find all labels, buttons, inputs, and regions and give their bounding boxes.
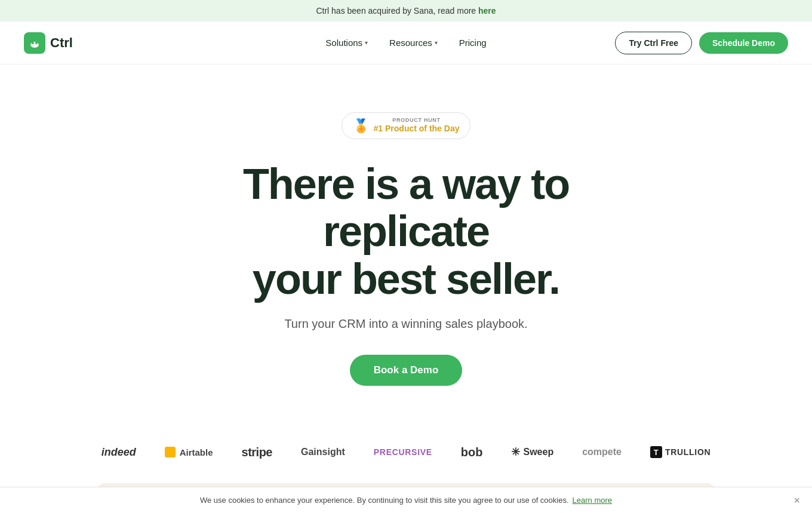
logos-section: indeed Airtable stripe Gainsight PRECURS… — [0, 422, 812, 483]
hero-heading: There is a way to replicate your best se… — [179, 161, 633, 303]
sweep-asterisk-icon: ✳ — [511, 446, 520, 459]
logo-airtable: Airtable — [165, 447, 213, 457]
nav-actions: Try Ctrl Free Schedule Demo — [615, 32, 788, 54]
try-free-button[interactable]: Try Ctrl Free — [615, 32, 691, 54]
logo-trullion: T TRULLION — [650, 446, 710, 458]
nav-links: Solutions ▾ Resources ▾ Pricing — [317, 33, 494, 53]
airtable-icon — [165, 447, 176, 457]
top-banner: Ctrl has been acquired by Sana, read mor… — [0, 0, 812, 21]
svg-point-1 — [32, 42, 34, 44]
hero-section: 🏅 PRODUCT HUNT #1 Product of the Day The… — [0, 64, 812, 422]
logo-text: Ctrl — [50, 35, 73, 51]
cookie-text: We use cookies to enhance your experienc… — [200, 496, 569, 505]
logo-stripe: stripe — [242, 446, 272, 459]
logo-indeed: indeed — [102, 446, 136, 459]
badge-medal-icon: 🏅 — [353, 118, 369, 134]
product-hunt-badge[interactable]: 🏅 PRODUCT HUNT #1 Product of the Day — [342, 112, 471, 139]
logo-precursive: PRECURSIVE — [374, 447, 432, 457]
nav-solutions[interactable]: Solutions ▾ — [317, 33, 376, 53]
resources-chevron-icon: ▾ — [435, 39, 438, 46]
nav-resources[interactable]: Resources ▾ — [381, 33, 446, 53]
svg-point-2 — [35, 42, 38, 44]
badge-content: PRODUCT HUNT #1 Product of the Day — [374, 118, 460, 134]
logo[interactable]: Ctrl — [24, 32, 73, 54]
banner-text: Ctrl has been acquired by Sana, read mor… — [316, 6, 476, 16]
navbar: Ctrl Solutions ▾ Resources ▾ Pricing Try… — [0, 21, 812, 64]
cookie-banner: We use cookies to enhance your experienc… — [0, 487, 812, 513]
cookie-close-button[interactable]: × — [793, 494, 800, 506]
logo-sweep: ✳ Sweep — [511, 446, 553, 459]
logo-compete: compete — [582, 447, 622, 457]
schedule-demo-button[interactable]: Schedule Demo — [699, 32, 788, 54]
nav-pricing[interactable]: Pricing — [451, 33, 495, 53]
logo-bob: bob — [461, 446, 483, 459]
logo-gainsight: Gainsight — [301, 447, 345, 457]
logo-icon — [24, 32, 45, 54]
hero-subtext: Turn your CRM into a winning sales playb… — [24, 317, 788, 331]
cookie-learn-more[interactable]: Learn more — [573, 496, 612, 505]
banner-link[interactable]: here — [478, 6, 496, 16]
trullion-t-icon: T — [650, 446, 662, 458]
book-demo-button[interactable]: Book a Demo — [350, 355, 463, 386]
solutions-chevron-icon: ▾ — [365, 39, 368, 46]
